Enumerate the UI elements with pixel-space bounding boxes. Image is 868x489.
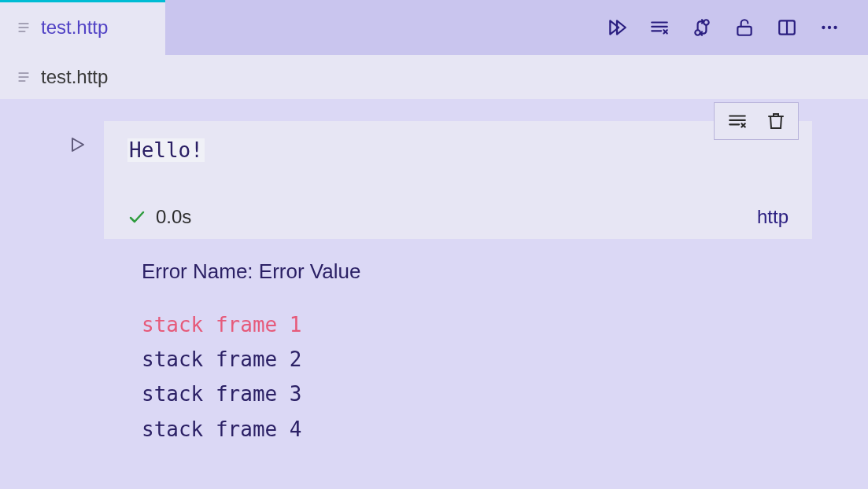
notebook-content: Hello! 0.0s http Error Name: Error Value…: [0, 99, 868, 465]
delete-cell-button[interactable]: [766, 112, 785, 131]
stack-frame[interactable]: stack frame 1: [142, 307, 746, 342]
cell-status-bar: 0.0s http: [127, 206, 789, 228]
cell-output: Error Name: Error Value stack frame 1 st…: [38, 239, 746, 447]
svg-rect-12: [737, 27, 751, 35]
editor-toolbar: [607, 0, 868, 55]
cell-code[interactable]: Hello!: [127, 138, 789, 206]
svg-marker-26: [72, 138, 83, 151]
svg-point-16: [828, 26, 831, 29]
code-cell[interactable]: Hello! 0.0s http: [104, 121, 812, 239]
svg-point-17: [833, 26, 837, 29]
stack-trace: stack frame 1 stack frame 2 stack frame …: [142, 307, 746, 447]
breadcrumb[interactable]: test.http: [0, 55, 868, 99]
cell-language[interactable]: http: [757, 206, 789, 228]
cell-row: Hello! 0.0s http: [38, 121, 830, 239]
unlock-icon[interactable]: [734, 17, 755, 38]
execution-time: 0.0s: [156, 206, 191, 228]
tab-bar: test.http: [0, 0, 868, 55]
split-editor-button[interactable]: [777, 17, 797, 38]
stack-frame[interactable]: stack frame 4: [142, 412, 746, 447]
breadcrumb-label: test.http: [41, 66, 108, 88]
check-icon: [127, 208, 146, 226]
clear-all-button[interactable]: [649, 17, 670, 38]
run-all-button[interactable]: [607, 17, 627, 38]
svg-point-15: [822, 26, 825, 29]
cell-action-bar: [714, 102, 799, 140]
cell-code-text: Hello!: [127, 138, 205, 162]
file-icon: [16, 20, 31, 35]
stack-frame[interactable]: stack frame 2: [142, 342, 746, 377]
file-icon: [16, 69, 31, 85]
run-cell-button[interactable]: [38, 121, 87, 154]
error-title: Error Name: Error Value: [142, 259, 746, 284]
more-actions-button[interactable]: [819, 17, 840, 38]
clear-output-button[interactable]: [727, 111, 748, 131]
compare-changes-button[interactable]: [692, 17, 712, 38]
stack-frame[interactable]: stack frame 3: [142, 377, 746, 411]
tab-test-http[interactable]: test.http: [0, 0, 165, 55]
tab-label: test.http: [41, 17, 108, 39]
